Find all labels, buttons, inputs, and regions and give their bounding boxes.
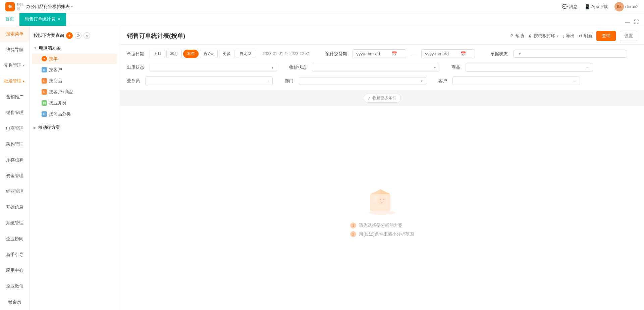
- sidebar-label-basic: 基础信息: [6, 205, 23, 210]
- calendar-start-icon: 📅: [392, 51, 397, 56]
- avatar: Ea Ea: [614, 2, 624, 11]
- svg-point-6: [380, 199, 381, 200]
- dept-select[interactable]: ▾: [299, 77, 426, 85]
- date-btn-custom[interactable]: 自定义: [236, 50, 255, 58]
- tree-child-by-salesman[interactable]: ▤ 按业务员: [32, 98, 117, 108]
- tree-child-by-order[interactable]: ● 按单: [32, 53, 117, 64]
- order-status-select[interactable]: ▾: [513, 50, 627, 58]
- sidebar-item-ops[interactable]: 经营管理: [0, 184, 29, 200]
- delivery-start-field[interactable]: [356, 51, 390, 56]
- sidebar-item-app-center[interactable]: 应用中心: [0, 263, 29, 278]
- by-salesman-icon: ▤: [42, 100, 47, 106]
- sidebar-item-corp-collab[interactable]: 企业协同: [0, 231, 29, 247]
- sidebar-item-ecom[interactable]: 电商管理: [0, 121, 29, 137]
- tab-home[interactable]: 首页: [0, 13, 19, 26]
- refresh-button[interactable]: ↺ 刷新: [579, 33, 592, 39]
- app-breadcrumb[interactable]: 办公用品行业模拟账表 ▾: [26, 4, 73, 10]
- message-label: 消息: [569, 4, 578, 10]
- svg-point-5: [377, 195, 387, 205]
- logo-area: 畅 标账版: [5, 2, 23, 11]
- sidebar-label-vip: 畅会员: [8, 299, 21, 304]
- sidebar-item-quick-nav[interactable]: 快捷导航: [0, 42, 29, 58]
- salesman-more-icon[interactable]: ···: [266, 79, 269, 83]
- date-btn-last-7-days[interactable]: 近7天: [200, 50, 218, 58]
- settings-scheme-button[interactable]: ⊙: [75, 32, 82, 39]
- tree-child-by-customer[interactable]: ⊞ 按客户: [32, 64, 117, 75]
- goods-select[interactable]: ···: [466, 63, 593, 72]
- sidebar-item-retail[interactable]: 零售管理 ▼: [0, 58, 29, 73]
- date-btn-more[interactable]: 更多: [219, 50, 234, 58]
- sidebar-item-basic[interactable]: 基础信息: [0, 200, 29, 215]
- query-button[interactable]: 查询: [596, 31, 616, 41]
- refresh-label: 刷新: [584, 33, 592, 39]
- tree-mobile-arrow-icon: ▶: [34, 126, 36, 130]
- payment-status-select[interactable]: ▾: [312, 64, 439, 71]
- message-action[interactable]: 💬 消息: [562, 4, 578, 10]
- tree-child-by-goods[interactable]: ⊟ 按商品: [32, 75, 117, 86]
- sidebar-item-inventory[interactable]: 库存核算: [0, 152, 29, 168]
- date-btn-this-year[interactable]: 本年: [183, 50, 199, 58]
- tree-parent-arrow-icon: ▼: [34, 46, 37, 50]
- tree-parent-pc[interactable]: ▼ 电脑端方案: [30, 43, 120, 53]
- date-btn-last-month[interactable]: 上月: [150, 50, 165, 58]
- panel-header: 按以下方案查询 + ⊙ «: [30, 30, 120, 42]
- salesman-select[interactable]: ···: [145, 76, 273, 85]
- customer-more-icon[interactable]: ···: [573, 79, 576, 83]
- sidebar-label-ecom: 电商管理: [6, 126, 23, 131]
- delivery-end-field[interactable]: [425, 51, 459, 56]
- date-quick-buttons: 上月 本月 本年 近7天 更多 自定义: [150, 50, 255, 58]
- export-icon: ↓: [562, 34, 565, 39]
- top-bar-left: 畅 标账版 办公用品行业模拟账表 ▾: [5, 2, 73, 11]
- window-expand-icon[interactable]: ⛶: [633, 18, 640, 26]
- sidebar-item-purchase[interactable]: 采购管理: [0, 137, 29, 152]
- sidebar-item-wholesale[interactable]: 批发管理 ▲: [0, 73, 29, 89]
- empty-svg-icon: [362, 179, 402, 216]
- delivery-date-end-input[interactable]: 📅: [421, 49, 475, 58]
- settings-button[interactable]: 设置: [620, 31, 637, 41]
- tab-sales-order-stats[interactable]: 销售订单统计表 ✕: [19, 13, 66, 26]
- user-profile[interactable]: Ea Ea demo2: [614, 2, 639, 11]
- sidebar-label-app-center: 应用中心: [6, 268, 23, 273]
- window-minimize-icon[interactable]: —: [624, 18, 631, 26]
- sidebar-label-new-user: 新手引导: [6, 252, 23, 257]
- expected-delivery-label: 预计交货期: [325, 51, 347, 57]
- tab-close-icon[interactable]: ✕: [57, 17, 61, 21]
- by-order-icon: ●: [42, 56, 47, 61]
- sidebar-label-sales: 销售管理: [6, 110, 23, 115]
- sidebar-item-corp-wechat[interactable]: 企业微信: [0, 278, 29, 294]
- customer-select[interactable]: ···: [452, 76, 580, 85]
- tree-child-by-cust-goods[interactable]: ⊟ 按客户+商品: [32, 87, 117, 97]
- tree-parent-mobile[interactable]: ▶ 移动端方案: [30, 122, 120, 133]
- app-download-action[interactable]: 📱 App下载: [584, 4, 608, 10]
- collapse-button[interactable]: ∧ 收起更多条件: [364, 94, 401, 103]
- goods-more-icon[interactable]: ···: [586, 65, 589, 70]
- sidebar-item-sales[interactable]: 销售管理: [0, 105, 29, 121]
- app-title: 标账版: [17, 2, 23, 11]
- date-btn-this-month[interactable]: 本月: [166, 50, 182, 58]
- collapse-panel-button[interactable]: «: [84, 32, 90, 39]
- left-panel: 按以下方案查询 + ⊙ « ▼ 电脑端方案 ● 按单 ⊞ 按客户: [30, 26, 120, 310]
- empty-state: 1 请先选择要分析的方案 2 用[过滤]条件来缩小分析范围: [120, 106, 644, 310]
- by-cust-goods-label: 按客户+商品: [49, 89, 73, 95]
- tree-child-by-category[interactable]: ⊞ 按商品分类: [32, 109, 117, 119]
- tree-section-pc: ▼ 电脑端方案 ● 按单 ⊞ 按客户 ⊟ 按商品 ⊟ 按客户+商品: [30, 42, 120, 121]
- sidebar: 搜索菜单 快捷导航 零售管理 ▼ 批发管理 ▲ 营销推广 销售管理 电商管理 采…: [0, 26, 30, 310]
- empty-hint-2: 2 用[过滤]条件来缩小分析范围: [350, 231, 414, 237]
- sidebar-item-finance[interactable]: 资金管理: [0, 168, 29, 184]
- ship-status-select[interactable]: ▾: [150, 64, 277, 71]
- export-button[interactable]: ↓ 导出: [562, 33, 575, 39]
- svg-point-0: [369, 211, 395, 215]
- sidebar-item-vip[interactable]: 畅会员: [0, 294, 29, 310]
- sidebar-item-marketing[interactable]: 营销推广: [0, 89, 29, 105]
- help-button[interactable]: ？ 帮助: [509, 33, 524, 39]
- collapse-label: 收起更多条件: [372, 95, 396, 101]
- sidebar-item-sys[interactable]: 系统管理: [0, 215, 29, 231]
- add-scheme-button[interactable]: +: [66, 32, 73, 39]
- delivery-date-start-input[interactable]: 📅: [353, 49, 406, 58]
- svg-marker-3: [380, 189, 390, 194]
- sidebar-label-corp-collab: 企业协同: [6, 236, 23, 241]
- sidebar-item-search-menu[interactable]: 搜索菜单: [0, 26, 29, 42]
- sidebar-item-new-user[interactable]: 新手引导: [0, 247, 29, 263]
- logo-icon: 畅: [5, 2, 15, 11]
- template-print-button[interactable]: 🖨 按模板打印 ▾: [528, 33, 558, 39]
